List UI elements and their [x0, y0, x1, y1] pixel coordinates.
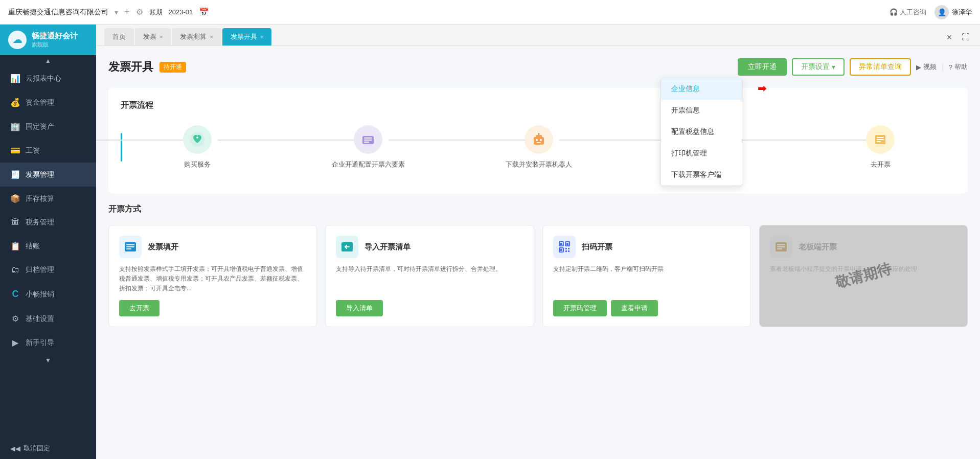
- fill-card-title: 发票填开: [148, 242, 178, 252]
- sidebar-item-guidang[interactable]: 🗂 归档管理: [0, 258, 96, 282]
- tab-fapiao-cesuan-close[interactable]: ×: [210, 34, 213, 40]
- dropdown-item-peizhi-shuipan[interactable]: 配置税盘信息: [661, 121, 742, 143]
- scan-icon: [553, 236, 576, 258]
- sidebar-label-zijin: 资金管理: [26, 98, 54, 107]
- expand-button[interactable]: ⛶: [960, 31, 972, 43]
- fill-card-button[interactable]: 去开票: [119, 300, 159, 316]
- page-title: 发票开具: [108, 59, 153, 75]
- svg-rect-37: [568, 250, 569, 252]
- sidebar-item-shuiwu[interactable]: 🏛 税务管理: [0, 211, 96, 234]
- fapiao-icon: 🧾: [10, 170, 20, 179]
- cancel-pin-button[interactable]: ◀◀ 取消固定: [0, 438, 96, 459]
- status-badge: 待开通: [159, 62, 186, 73]
- flow-section-title: 开票流程: [121, 100, 955, 111]
- svg-rect-31: [566, 243, 568, 245]
- user-info[interactable]: 👤 徐泽华: [935, 5, 972, 19]
- peizhi-shuipan-label: 配置税盘信息: [671, 127, 714, 135]
- sidebar-item-gongzi[interactable]: 💳 工资: [0, 139, 96, 163]
- period-value: 2023-01: [169, 8, 193, 16]
- sidebar-item-fapiao[interactable]: 🧾 发票管理: [0, 163, 96, 187]
- sidebar-item-xiaochang[interactable]: C 小畅报销: [0, 282, 96, 307]
- dayin-guanli-label: 打印机管理: [671, 149, 707, 157]
- import-card-button[interactable]: 导入清单: [336, 300, 383, 316]
- flow-step-5: 去开票: [805, 125, 955, 169]
- tab-fapiao-close[interactable]: ×: [159, 34, 163, 40]
- scan-card-button1[interactable]: 开票码管理: [553, 300, 607, 316]
- invoice-svg: [873, 132, 888, 147]
- sidebar-item-zijin[interactable]: 💰 资金管理: [0, 90, 96, 114]
- consult-button[interactable]: 🎧 人工咨询: [890, 8, 926, 17]
- svg-rect-25: [126, 246, 134, 247]
- tab-fapiao-kaiju[interactable]: 发票开具 ×: [222, 28, 271, 45]
- tab-fapiao-cesuan[interactable]: 发票测算 ×: [172, 28, 221, 45]
- video-button[interactable]: ▶ 视频: [916, 62, 937, 72]
- sidebar-scroll-down[interactable]: ▼: [0, 355, 96, 366]
- sidebar-label-yunbao: 云报表中心: [26, 74, 61, 83]
- close-all-button[interactable]: ×: [943, 31, 955, 43]
- sidebar-item-jiezhang[interactable]: 📋 结账: [0, 234, 96, 258]
- logo-title: 畅捷通好会计: [32, 31, 78, 41]
- sidebar-item-jichu[interactable]: ⚙ 基础设置: [0, 307, 96, 331]
- avatar-icon: 👤: [935, 5, 949, 19]
- page-header: 发票开具 待开通 立即开通 开票设置 ▾ 企业信息: [108, 58, 968, 76]
- sidebar-label-jichu: 基础设置: [26, 314, 54, 324]
- fill-icon: [119, 236, 142, 258]
- sidebar-item-gudingzichan[interactable]: 🏢 固定资产: [0, 114, 96, 139]
- help-button[interactable]: ? 帮助: [949, 62, 968, 72]
- sidebar-item-kucun[interactable]: 📦 库存核算: [0, 187, 96, 211]
- sidebar-item-yunbao[interactable]: 📊 云报表中心: [0, 66, 96, 90]
- sidebar-label-gudingzichan: 固定资产: [26, 122, 54, 131]
- headset-icon: 🎧: [890, 8, 898, 16]
- calendar-icon[interactable]: 📅: [199, 7, 209, 17]
- settings-dropdown-trigger[interactable]: 开票设置 ▾ 企业信息 ➡ 开票信息: [792, 58, 845, 76]
- exception-button[interactable]: 异常清单查询: [850, 58, 911, 76]
- settings-icon[interactable]: ⚙: [136, 7, 143, 17]
- jichu-icon: ⚙: [10, 314, 20, 324]
- red-arrow-icon: ➡: [758, 82, 766, 95]
- zijin-icon: 💰: [10, 98, 20, 107]
- sidebar-scroll-up[interactable]: ▲: [0, 55, 96, 66]
- billing-cards-grid: 发票填开 支持按照发票样式手工填开发票；可开具增值税电子普通发票、增值税普通发票…: [108, 225, 968, 327]
- svg-rect-7: [534, 137, 544, 145]
- fill-card-desc: 支持按照发票样式手工填开发票；可开具增值税电子普通发票、增值税普通发票、增值税专…: [119, 264, 306, 294]
- tab-fapiao[interactable]: 发票 ×: [135, 28, 171, 45]
- billing-card-fill: 发票填开 支持按照发票样式手工填开发票；可开具增值税电子普通发票、增值税普通发票…: [108, 225, 317, 327]
- dropdown-item-dayin-guanli[interactable]: 打印机管理: [661, 143, 742, 164]
- tab-fapiao-kaiju-close[interactable]: ×: [260, 34, 263, 40]
- tab-fapiao-label: 发票: [143, 32, 156, 41]
- import-card-title: 导入开票清单: [364, 242, 411, 252]
- tab-home[interactable]: 首页: [104, 28, 134, 45]
- sidebar-label-xinshou: 新手引导: [26, 338, 54, 348]
- settings-button[interactable]: 开票设置 ▾: [792, 58, 845, 76]
- pin-icon: ◀◀: [10, 445, 20, 452]
- video-label: 视频: [923, 62, 937, 72]
- sidebar: ☁ 畅捷通好会计 旗舰版 ▲ 📊 云报表中心 💰 资金管理 🏢 固定资产 💳 工…: [0, 25, 96, 459]
- sidebar-label-jiezhang: 结账: [26, 242, 40, 251]
- kucun-icon: 📦: [10, 194, 20, 203]
- gudingzichan-icon: 🏢: [10, 122, 20, 131]
- svg-rect-20: [877, 137, 884, 138]
- billing-section: 开票方式: [108, 204, 968, 327]
- step-1-icon: [183, 125, 212, 154]
- step-2-label: 企业开通配置开票六要素: [332, 160, 405, 169]
- step-1-label: 购买服务: [184, 160, 211, 169]
- sidebar-logo: ☁ 畅捷通好会计 旗舰版: [0, 25, 96, 55]
- svg-rect-6: [364, 142, 369, 143]
- sidebar-label-kucun: 库存核算: [26, 194, 54, 203]
- divider: |: [942, 63, 944, 71]
- billing-card-boss: 老板端开票 查看老板端小程序提交的开票申请，并作出相应的处理 敬请期待: [759, 225, 968, 327]
- dropdown-item-xiazai-kehu[interactable]: 下载开票客户端: [661, 164, 742, 186]
- step-5-icon: [866, 125, 895, 154]
- xiazai-kehu-label: 下载开票客户端: [671, 170, 721, 178]
- step-2-icon: [354, 125, 382, 154]
- company-dropdown-icon[interactable]: ▾: [115, 8, 118, 16]
- svg-rect-29: [560, 243, 562, 245]
- svg-rect-24: [126, 244, 134, 245]
- sidebar-item-xinshou[interactable]: ▶ 新手引导: [0, 331, 96, 355]
- dropdown-item-kaipiao-info[interactable]: 开票信息: [661, 100, 742, 121]
- scan-card-button2[interactable]: 查看申请: [611, 300, 658, 316]
- dropdown-item-qiye-info[interactable]: 企业信息 ➡: [661, 78, 742, 100]
- add-tab-button[interactable]: +: [124, 7, 130, 17]
- consult-label: 人工咨询: [900, 8, 926, 17]
- activate-button[interactable]: 立即开通: [738, 58, 787, 76]
